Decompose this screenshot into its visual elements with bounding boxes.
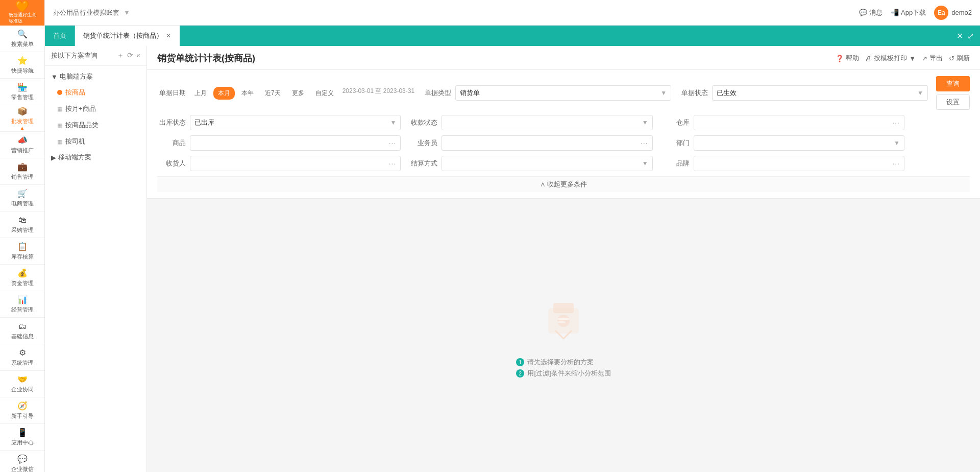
warehouse-field: 仓库 ··· — [661, 115, 904, 130]
sidebar-item-basic[interactable]: 🗂 基础信息 — [0, 318, 44, 344]
sidebar-item-label-purchase: 采购管理 — [11, 226, 34, 234]
right-panel: 销货单统计计表(按商品) ❓ 帮助 🖨 按模板打印 ▼ ↗ — [147, 46, 980, 472]
sidebar-item-label-retail: 零售管理 — [11, 93, 34, 101]
salesperson-dots-icon: ··· — [641, 139, 648, 147]
page-actions: ❓ 帮助 🖨 按模板打印 ▼ ↗ 导出 ↺ — [836, 54, 970, 63]
message-label: 消息 — [869, 8, 883, 17]
brand-input[interactable]: ··· — [694, 156, 904, 171]
date-tab-more[interactable]: 更多 — [287, 87, 309, 100]
tab-home[interactable]: 首页 — [45, 26, 75, 46]
sidebar-item-operations[interactable]: 📊 经营管理 — [0, 291, 44, 318]
date-tab-last-month[interactable]: 上月 — [190, 87, 211, 100]
tree-item-by-month-goods[interactable]: ▦ 按月+商品 — [45, 101, 146, 117]
print-btn[interactable]: 🖨 按模板打印 ▼ — [865, 54, 916, 63]
tab-close-icon[interactable]: ✕ — [166, 32, 171, 39]
empty-tip-1: 1 请先选择要分析的方案 — [516, 358, 610, 367]
tree-group-desktop[interactable]: ▼ 电脑端方案 — [45, 69, 146, 84]
export-btn[interactable]: ↗ 导出 — [922, 54, 943, 63]
marketing-icon: 📣 — [17, 135, 28, 145]
doc-status-label: 单据状态 — [679, 88, 708, 98]
tree-item-by-driver[interactable]: ▦ 按司机 — [45, 133, 146, 150]
date-filter-field: 单据日期 上月 本月 本年 近7天 更多 自定义 2023-03-01 至 20… — [157, 87, 414, 100]
date-tab-last-7-days[interactable]: 近7天 — [260, 87, 285, 100]
left-panel-header: 按以下方案查询 ＋ ⟳ « — [45, 46, 146, 66]
search-button[interactable]: 查询 — [936, 76, 970, 91]
app-download-btn[interactable]: 📲 App下载 — [891, 8, 926, 17]
app-download-icon: 📲 — [891, 9, 899, 16]
salesperson-input[interactable]: ··· — [442, 135, 652, 151]
tree-item-driver-icon: ▦ — [57, 138, 62, 145]
retail-icon: 🏪 — [17, 82, 28, 92]
tree-group-desktop-label: 电脑端方案 — [60, 72, 93, 81]
sidebar-item-purchase[interactable]: 🛍 采购管理 — [0, 211, 44, 238]
sidebar-item-appstore[interactable]: 📱 应用中心 — [0, 424, 44, 451]
message-btn[interactable]: 💬 消息 — [859, 8, 883, 17]
sidebar-item-guide[interactable]: 🧭 新手引导 — [0, 397, 44, 424]
department-input[interactable]: ▼ — [694, 135, 904, 151]
refresh-scheme-btn[interactable]: ⟳ — [127, 51, 133, 60]
sidebar-item-marketing[interactable]: 📣 营销推广 — [0, 132, 44, 158]
date-tab-this-month[interactable]: 本月 — [213, 87, 235, 100]
goods-input[interactable]: ··· — [190, 135, 401, 151]
tab-bar: 首页 销货单统计计表（按商品） ✕ ✕ ⤢ — [45, 26, 980, 46]
collapse-row[interactable]: ∧ 收起更多条件 — [157, 176, 970, 192]
tree-item-by-goods-category-label: 按商品品类 — [65, 121, 99, 130]
tab-maximize-btn[interactable]: ⤢ — [967, 31, 974, 41]
sidebar-item-system[interactable]: ⚙ 系统管理 — [0, 344, 44, 371]
tip-text-2: 用[过滤]条件来缩小分析范围 — [527, 369, 610, 378]
help-btn[interactable]: ❓ 帮助 — [836, 54, 859, 63]
export-icon: ↗ — [922, 55, 927, 62]
refresh-btn[interactable]: ↺ 刷新 — [949, 54, 970, 63]
basic-icon: 🗂 — [18, 322, 27, 331]
tab-bar-right: ✕ ⤢ — [957, 31, 980, 41]
date-tab-this-year[interactable]: 本年 — [237, 87, 258, 100]
doc-type-input[interactable]: 销货单 ▼ — [455, 85, 671, 101]
sidebar-item-label-system: 系统管理 — [11, 359, 34, 367]
tree-item-by-goods-category[interactable]: ▦ 按商品品类 — [45, 117, 146, 133]
sidebar-item-wechat[interactable]: 💬 企业微信 — [0, 451, 44, 472]
empty-tip-2: 2 用[过滤]条件来缩小分析范围 — [516, 369, 610, 378]
sidebar-item-search[interactable]: 🔍 搜索菜单 — [0, 26, 44, 52]
payment-method-label: 结算方式 — [409, 159, 437, 168]
help-icon: ❓ — [836, 55, 844, 62]
warehouse-input[interactable]: ··· — [694, 115, 904, 130]
tab-close-window-btn[interactable]: ✕ — [957, 31, 963, 41]
collapse-label: 收起更多条件 — [547, 180, 587, 188]
sidebar-item-label-ecommerce: 电商管理 — [11, 200, 34, 207]
sidebar-item-label-finance: 资金管理 — [11, 279, 34, 287]
sidebar-item-shortcut[interactable]: ⭐ 快捷导航 — [0, 52, 44, 79]
user-avatar: Ea — [934, 6, 948, 20]
sidebar-item-finance[interactable]: 💰 资金管理 — [0, 265, 44, 291]
sidebar-item-label-search: 搜索菜单 — [11, 40, 34, 48]
user-profile-btn[interactable]: Ea demo2 — [934, 6, 972, 20]
tab-sales-stats[interactable]: 销货单统计计表（按商品） ✕ — [75, 26, 180, 46]
tree-item-by-month-goods-label: 按月+商品 — [65, 104, 96, 113]
payment-method-input[interactable]: ▼ — [442, 156, 652, 171]
date-tab-custom[interactable]: 自定义 — [311, 87, 338, 100]
help-label: 帮助 — [846, 54, 859, 63]
appstore-icon: 📱 — [17, 428, 28, 437]
sidebar-item-inventory[interactable]: 📋 库存核算 — [0, 238, 44, 265]
collapse-panel-btn[interactable]: « — [136, 51, 140, 60]
left-panel: 按以下方案查询 ＋ ⟳ « ▼ 电脑端方案 按商品 ▦ — [45, 46, 147, 472]
doc-status-input[interactable]: 已生效 ▼ — [712, 85, 928, 101]
app-logo: 🧡 畅捷通好生意标准版 — [0, 0, 44, 26]
sidebar-item-label-sales: 销售管理 — [11, 173, 34, 181]
settings-button[interactable]: 设置 — [936, 95, 970, 110]
payment-method-field: 结算方式 ▼ — [409, 156, 652, 171]
sidebar-item-enterprise[interactable]: 🤝 企业协同 — [0, 371, 44, 397]
out-status-arrow-icon: ▼ — [390, 119, 396, 126]
sidebar-item-wholesale[interactable]: 📦 批发管理 ▲ — [0, 105, 44, 132]
department-label: 部门 — [661, 138, 690, 148]
payment-status-input[interactable]: ▼ — [442, 115, 652, 130]
sidebar-item-sales[interactable]: 💼 销售管理 — [0, 158, 44, 185]
sidebar-item-ecommerce[interactable]: 🛒 电商管理 — [0, 185, 44, 211]
tree-item-by-goods[interactable]: 按商品 — [45, 84, 146, 101]
sidebar-item-retail[interactable]: 🏪 零售管理 — [0, 79, 44, 105]
out-status-input[interactable]: 已出库 ▼ — [190, 115, 401, 130]
purchase-icon: 🛍 — [18, 216, 27, 225]
recipient-input[interactable]: ··· — [190, 156, 401, 171]
add-scheme-btn[interactable]: ＋ — [117, 51, 124, 60]
tree-group-mobile[interactable]: ▶ 移动端方案 — [45, 150, 146, 165]
sidebar-item-label-basic: 基础信息 — [11, 333, 34, 340]
